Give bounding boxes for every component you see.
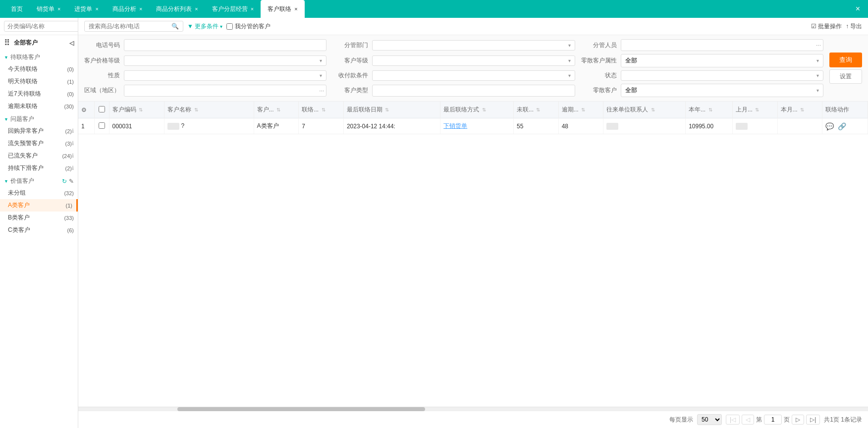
col-overdue-sort[interactable]: ⇅ [581,107,585,112]
sidebar-item-a-class[interactable]: A类客户 (1) [0,199,78,212]
col-last-method-sort[interactable]: ⇅ [482,107,486,112]
top-nav: 首页 销货单 × 进货单 × 商品分析 × 商品分析列表 × 客户分层经营 × … [0,0,868,18]
setting-button[interactable]: 设置 [829,69,862,84]
my-customers-checkbox[interactable] [226,23,233,30]
last-page-btn[interactable]: ▷| [806,415,820,425]
col-last-date-label: 最后联络日期 [347,106,382,113]
filter-select-status[interactable]: ▾ [621,70,823,81]
sidebar-item-declining[interactable]: 持续下滑客户 (2) ℹ [0,162,78,174]
nav-product-list[interactable]: 商品分析列表 × [149,0,205,18]
query-button[interactable]: 查询 [829,53,862,67]
filter-input-person[interactable] [621,40,814,51]
col-customer-type: 客户... ⇅ [254,102,299,118]
filter-select-retail-customer[interactable]: 全部 ▾ [621,84,823,97]
col-contact-sort[interactable]: ⇅ [322,107,326,112]
nav-customer-layer-close[interactable]: × [251,6,254,12]
sidebar-item-churned[interactable]: 已流失客户 (24) ℹ [0,150,78,162]
nav-purchase-order[interactable]: 进货单 × [67,0,105,18]
nav-customer-contact[interactable]: 客户联络 × [261,0,304,18]
filter-input-phone[interactable] [124,39,326,51]
sidebar-item-b-class[interactable]: B类客户 (33) [0,212,78,224]
filter-select-customer-grade[interactable]: ▾ [372,55,575,66]
sidebar-value-refresh-icon[interactable]: ↻ [62,178,67,185]
nav-purchase-close[interactable]: × [95,6,98,12]
prev-page-btn[interactable]: ◁ [742,415,754,425]
filter-search-input[interactable] [89,23,169,30]
adv-filter-actions: 查询 设置 [823,39,862,97]
close-all-tabs[interactable]: × [852,4,864,13]
col-overdue-label: 逾期... [562,106,579,113]
nav-product-close[interactable]: × [139,6,142,12]
col-code-sort[interactable]: ⇅ [139,107,143,112]
filter-region-dots[interactable]: ··· [317,87,326,94]
sidebar-overdue-count: (30) [64,104,74,109]
page-size-select[interactable]: 50 [697,414,722,425]
filter-more-btn[interactable]: ▼ 更多条件 ▾ [187,22,222,31]
sidebar-item-today[interactable]: 今天待联络 (0) [0,63,78,75]
nav-sales-close[interactable]: × [57,6,60,12]
row-actions: 💬 🔗 [822,118,868,134]
first-page-btn[interactable]: |◁ [726,415,740,425]
col-last-date-sort[interactable]: ⇅ [385,107,389,112]
h-scroll-thumb[interactable] [177,407,425,411]
filter-input-region[interactable] [124,85,317,96]
filter-search-icon[interactable]: 🔍 [171,23,179,30]
sidebar-search-container: 🔍 [0,18,78,35]
filter-select-payment[interactable]: ▾ [372,70,575,81]
sidebar-all-customers[interactable]: ⠿ 全部客户 ◁ [0,35,78,51]
nav-customer-layer[interactable]: 客户分层经营 × [205,0,261,18]
sidebar-value-edit-icon[interactable]: ✎ [69,178,74,185]
filter-input-customer-type[interactable] [372,85,575,97]
sidebar-item-repurchase-abnormal[interactable]: 回购异常客户 (2) ℹ [0,125,78,137]
sidebar-item-c-class[interactable]: C类客户 (6) [0,224,78,236]
horizontal-scrollbar[interactable] [78,407,868,411]
filter-select-retail-attr[interactable]: 全部 ▾ [621,54,823,67]
header-checkbox[interactable] [99,106,105,112]
row-checkbox[interactable] [99,122,105,129]
col-this-month-sort[interactable]: ⇅ [800,107,804,112]
filter-select-dept[interactable]: ▾ [372,40,575,51]
nav-product-analysis[interactable]: 商品分析 × [106,0,149,18]
col-name-label: 客户名称 [167,106,191,113]
sidebar-item-tomorrow[interactable]: 明天待联络 (1) [0,75,78,88]
row-last-method-link[interactable]: 下销货单 [443,122,467,129]
filter-field-price-grade: 客户价格等级 ▾ [84,55,326,66]
sidebar-item-churn-warning[interactable]: 流失预警客户 (3) ℹ [0,137,78,150]
filter-select-price-grade[interactable]: ▾ [124,55,326,66]
gear-icon[interactable]: ⚙ [81,107,87,113]
nav-customer-contact-close[interactable]: × [294,6,297,12]
page-num-input[interactable] [764,415,782,425]
nav-product-list-close[interactable]: × [195,6,198,12]
batch-op-btn[interactable]: ☑ 批量操作 [811,22,842,31]
sidebar-item-unclassified[interactable]: 未分组 (32) [0,187,78,199]
page-nav: |◁ ◁ 第 页 ▷ ▷| [726,415,820,425]
sidebar-collapse-icon[interactable]: ◁ [69,40,74,47]
filter-select-nature[interactable]: ▾ [124,70,326,81]
nav-home[interactable]: 首页 [4,0,30,18]
sidebar-item-overdue[interactable]: 逾期未联络 (30) [0,100,78,112]
filter-retail-attr-caret: ▾ [816,58,819,63]
col-checkbox [94,102,109,118]
row-link-icon[interactable]: 🔗 [838,122,846,130]
row-name-color-block [167,123,179,130]
sidebar-7days-count: (0) [67,91,74,97]
next-page-btn[interactable]: ▷ [792,415,804,425]
col-type-sort[interactable]: ⇅ [276,107,280,112]
sidebar-item-7days[interactable]: 近7天待联络 (0) [0,88,78,100]
col-not-contacted-sort[interactable]: ⇅ [536,107,540,112]
filter-label-person: 分管人员 [581,41,621,50]
my-customers-checkbox-label[interactable]: 我分管的客户 [226,22,271,31]
sidebar-c-class-label: C类客户 [8,226,67,234]
col-unit-contact-sort[interactable]: ⇅ [651,107,655,112]
sidebar-search-input[interactable] [4,21,78,32]
sidebar-b-class-count: (33) [64,215,74,221]
filter-person-dots[interactable]: ··· [814,42,823,49]
col-name-sort[interactable]: ⇅ [194,107,198,112]
nav-sales-order[interactable]: 销货单 × [30,0,67,18]
sidebar-a-class-label: A类客户 [8,201,66,210]
col-this-year-sort[interactable]: ⇅ [708,107,712,112]
col-last-month-sort[interactable]: ⇅ [755,107,759,112]
export-btn[interactable]: ↑ 导出 [846,22,862,31]
row-note-icon[interactable]: 💬 [825,122,834,130]
filter-label-customer-grade: 客户等级 [332,56,372,65]
